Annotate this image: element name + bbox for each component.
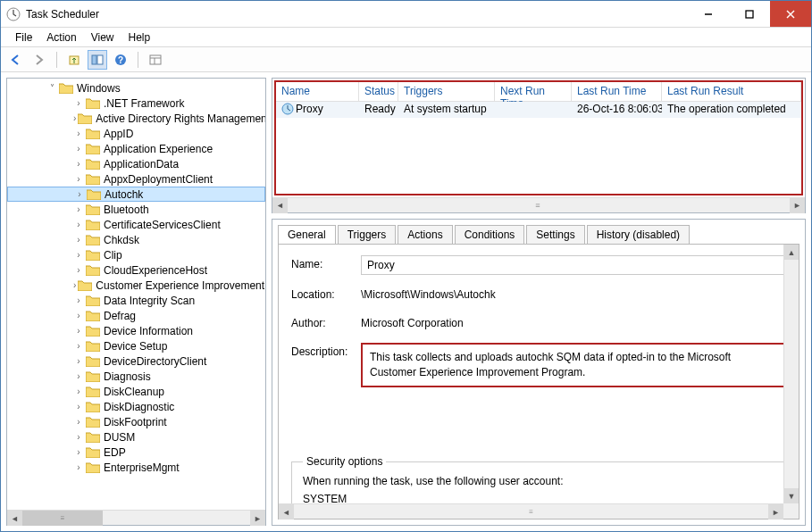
tree-item[interactable]: ›DiskFootprint xyxy=(7,414,265,429)
tree-item-label: Application Experience xyxy=(104,143,213,155)
tree-item[interactable]: ›CertificateServicesClient xyxy=(7,217,265,232)
chevron-right-icon[interactable]: › xyxy=(73,432,84,442)
maximize-button[interactable] xyxy=(729,1,770,27)
scroll-right-button[interactable]: ► xyxy=(768,504,783,520)
help-icon[interactable]: ? xyxy=(111,50,130,70)
chevron-right-icon[interactable]: › xyxy=(73,98,84,108)
task-row[interactable]: Proxy Ready At system startup 26-Oct-16 … xyxy=(276,102,801,118)
tab-triggers[interactable]: Triggers xyxy=(338,225,397,244)
tree-item[interactable]: ›DiskDiagnostic xyxy=(7,399,265,414)
tree-item[interactable]: ›ApplicationData xyxy=(7,156,265,171)
tree-item[interactable]: ›DUSM xyxy=(7,429,265,445)
col-name[interactable]: Name xyxy=(276,82,359,101)
chevron-right-icon[interactable]: › xyxy=(73,280,76,290)
scroll-down-button[interactable]: ▼ xyxy=(784,488,799,503)
col-next-run[interactable]: Next Run Time xyxy=(495,82,572,101)
chevron-right-icon[interactable]: › xyxy=(73,250,84,260)
tree-item[interactable]: ›Diagnosis xyxy=(7,369,265,384)
back-button[interactable] xyxy=(6,50,26,70)
chevron-right-icon[interactable]: › xyxy=(73,417,84,427)
chevron-down-icon[interactable]: ˅ xyxy=(46,83,57,93)
tree-root[interactable]: ˅ Windows xyxy=(7,80,265,96)
menu-action[interactable]: Action xyxy=(39,29,83,46)
scroll-left-button[interactable]: ◄ xyxy=(279,504,294,520)
tree-item[interactable]: ›Bluetooth xyxy=(7,202,265,217)
tree-item[interactable]: ›CloudExperienceHost xyxy=(7,262,265,278)
tree-item[interactable]: ›Device Information xyxy=(7,323,265,338)
col-last-run[interactable]: Last Run Time xyxy=(572,82,662,101)
tab-actions[interactable]: Actions xyxy=(398,225,452,244)
tab-general[interactable]: General xyxy=(278,225,336,244)
menu-view[interactable]: View xyxy=(84,29,121,46)
tree-item[interactable]: ›EDP xyxy=(7,445,265,460)
tree-root-label: Windows xyxy=(77,82,121,95)
tree-item[interactable]: ›Customer Experience Improvement xyxy=(7,278,265,293)
panes-button[interactable] xyxy=(146,50,165,70)
tree-item[interactable]: ›Chkdsk xyxy=(7,232,265,247)
scroll-left-button[interactable]: ◄ xyxy=(7,511,22,526)
chevron-right-icon[interactable]: › xyxy=(74,189,85,199)
chevron-right-icon[interactable]: › xyxy=(73,113,76,123)
chevron-right-icon[interactable]: › xyxy=(73,341,84,351)
tree-item[interactable]: ›EnterpriseMgmt xyxy=(7,460,265,475)
col-last-result[interactable]: Last Run Result xyxy=(662,82,801,101)
up-button[interactable] xyxy=(64,50,84,70)
tree-horizontal-scrollbar[interactable]: ◄ ≡ ► xyxy=(7,510,265,525)
scroll-right-button[interactable]: ► xyxy=(250,511,265,526)
chevron-right-icon[interactable]: › xyxy=(73,220,84,229)
chevron-right-icon[interactable]: › xyxy=(73,326,84,336)
folder-icon xyxy=(86,219,100,230)
scroll-left-button[interactable]: ◄ xyxy=(272,198,288,213)
chevron-right-icon[interactable]: › xyxy=(73,144,84,154)
task-list-scrollbar[interactable]: ◄ ≡ ► xyxy=(272,197,805,212)
chevron-right-icon[interactable]: › xyxy=(73,371,84,381)
tree-item[interactable]: ›AppxDeploymentClient xyxy=(7,171,265,187)
task-triggers: At system startup xyxy=(398,102,495,118)
tree-item[interactable]: ›DeviceDirectoryClient xyxy=(7,353,265,369)
minimize-button[interactable] xyxy=(688,1,729,27)
scroll-up-button[interactable]: ▲ xyxy=(784,245,799,260)
scroll-right-button[interactable]: ► xyxy=(790,198,805,213)
field-description[interactable]: This task collects and uploads autochk S… xyxy=(361,343,786,387)
chevron-right-icon[interactable]: › xyxy=(73,159,84,169)
folder-icon xyxy=(86,128,100,139)
chevron-right-icon[interactable]: › xyxy=(73,356,84,366)
detail-horizontal-scrollbar[interactable]: ◄ ≡ ► xyxy=(279,503,783,519)
close-button[interactable] xyxy=(770,1,811,27)
chevron-right-icon[interactable]: › xyxy=(73,129,84,138)
tree-item[interactable]: ›Application Experience xyxy=(7,141,265,156)
chevron-right-icon[interactable]: › xyxy=(73,447,84,457)
chevron-right-icon[interactable]: › xyxy=(73,204,84,214)
menu-file[interactable]: File xyxy=(8,29,39,46)
tree-item[interactable]: ›Autochk xyxy=(7,187,265,202)
col-status[interactable]: Status xyxy=(359,82,398,101)
detail-vertical-scrollbar[interactable]: ▲ ▼ xyxy=(783,245,799,503)
tree-item[interactable]: ›Data Integrity Scan xyxy=(7,293,265,308)
forward-button[interactable] xyxy=(29,50,49,70)
tree-item[interactable]: ›AppID xyxy=(7,126,265,141)
tab-settings[interactable]: Settings xyxy=(526,225,584,244)
tree-item[interactable]: ›Active Directory Rights Management xyxy=(7,111,265,126)
chevron-right-icon[interactable]: › xyxy=(73,387,84,396)
field-name[interactable]: Proxy xyxy=(361,255,786,275)
chevron-right-icon[interactable]: › xyxy=(73,311,84,320)
tree-item[interactable]: ›Defrag xyxy=(7,308,265,323)
chevron-right-icon[interactable]: › xyxy=(73,265,84,275)
tree-item[interactable]: ›Clip xyxy=(7,247,265,262)
tree-item[interactable]: ›.NET Framework xyxy=(7,96,265,111)
chevron-right-icon[interactable]: › xyxy=(73,402,84,411)
chevron-right-icon[interactable]: › xyxy=(73,235,84,245)
tab-conditions[interactable]: Conditions xyxy=(455,225,525,244)
tree-scroll[interactable]: ˅ Windows ›.NET Framework›Active Directo… xyxy=(7,79,265,510)
chevron-right-icon[interactable]: › xyxy=(73,295,84,305)
tree-item-label: EnterpriseMgmt xyxy=(104,461,180,474)
menu-help[interactable]: Help xyxy=(121,29,158,46)
tab-history[interactable]: History (disabled) xyxy=(587,225,690,244)
tree-item[interactable]: ›Device Setup xyxy=(7,338,265,353)
tree-item-label: AppxDeploymentClient xyxy=(104,173,213,186)
tree-item[interactable]: ›DiskCleanup xyxy=(7,384,265,399)
chevron-right-icon[interactable]: › xyxy=(73,462,84,472)
col-triggers[interactable]: Triggers xyxy=(398,82,495,101)
view-toggle-button[interactable] xyxy=(88,50,107,70)
chevron-right-icon[interactable]: › xyxy=(73,174,84,184)
